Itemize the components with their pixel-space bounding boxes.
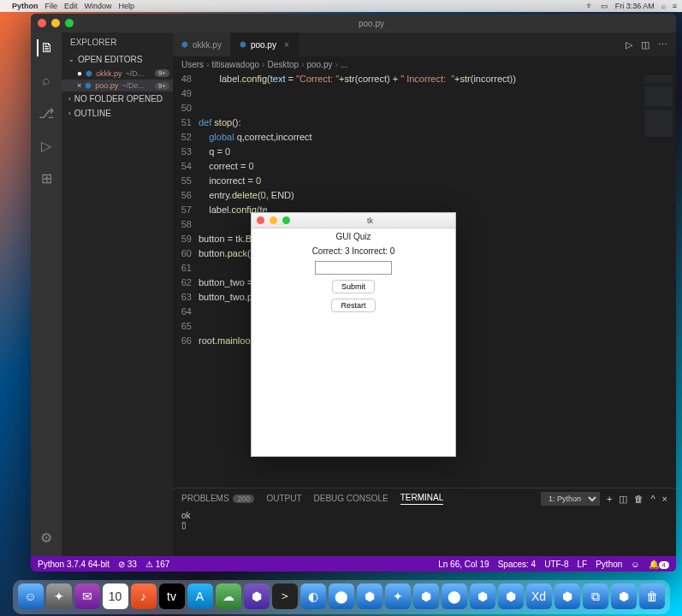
trash-icon[interactable]: 🗑 xyxy=(634,494,643,504)
dock-app-xd[interactable]: Xd xyxy=(526,583,552,609)
dock-app-appstore[interactable]: A xyxy=(187,583,213,609)
status-warnings[interactable]: ⚠ 167 xyxy=(145,560,169,569)
window-title: poo.py xyxy=(74,19,669,28)
bottom-panel: PROBLEMS 200 OUTPUT DEBUG CONSOLE TERMIN… xyxy=(173,488,676,556)
dock-app-messages[interactable]: ☁ xyxy=(216,583,241,609)
tk-title: tk xyxy=(290,216,450,225)
wifi-icon[interactable]: ᯤ xyxy=(586,2,594,10)
dock-app-vscode[interactable]: ⧉ xyxy=(583,583,608,609)
status-bar: Python 3.7.4 64-bit ⊘ 33 ⚠ 167 Ln 66, Co… xyxy=(31,556,676,572)
split-editor-icon[interactable]: ◫ xyxy=(641,39,649,50)
menu-edit[interactable]: Edit xyxy=(64,2,78,10)
breadcrumb[interactable]: Users› titisawadogo› Desktop› poo.py› ..… xyxy=(173,56,676,72)
status-bell-icon[interactable]: 🔔4 xyxy=(649,560,669,569)
close-icon[interactable]: × xyxy=(77,81,81,90)
menu-window[interactable]: Window xyxy=(85,2,112,10)
more-icon[interactable]: ⋯ xyxy=(658,39,667,50)
open-editor-item[interactable]: ● ⬢ okkk.py ~/D... 9+ xyxy=(62,67,173,80)
restart-button[interactable]: Restart xyxy=(331,299,375,312)
submit-button[interactable]: Submit xyxy=(332,280,375,293)
dock-app-mail[interactable]: ✉ xyxy=(74,583,100,609)
minimize-icon[interactable] xyxy=(270,216,277,224)
open-editor-item[interactable]: × ⬢ poo.py ~/De... 9+ xyxy=(62,80,173,92)
split-terminal-icon[interactable]: ◫ xyxy=(619,494,627,505)
panel-tab-terminal[interactable]: TERMINAL xyxy=(400,493,444,505)
dock-app-generic[interactable]: ⬤ xyxy=(442,583,467,609)
close-icon[interactable] xyxy=(38,19,46,27)
dock-app-generic[interactable]: ✦ xyxy=(385,583,411,609)
mac-menubar: Python File Edit Window Help ᯤ ▭ Fri 3:3… xyxy=(0,0,682,12)
settings-gear-icon[interactable]: ⚙ xyxy=(38,529,55,546)
python-file-icon: ⬢ xyxy=(181,40,188,49)
open-editors-section[interactable]: ⌄OPEN EDITORS xyxy=(62,52,173,67)
dock-app-generic[interactable]: ⬢ xyxy=(357,583,383,609)
dock-app-generic[interactable]: ⬢ xyxy=(611,583,637,609)
dock: ☺ ✦ ✉ 10 ♪ tv A ☁ ⬢ ＞ ◐ ⬤ ⬢ ✦ ⬢ ⬤ ⬢ ⬢ Xd… xyxy=(13,580,670,614)
python-file-icon: ⬢ xyxy=(240,40,246,49)
terminal-body[interactable]: ok ▯ xyxy=(173,509,676,531)
dock-app-generic[interactable]: ◐ xyxy=(300,583,326,609)
menubar-app[interactable]: Python xyxy=(12,2,39,10)
dock-app-generic[interactable]: ⬢ xyxy=(498,583,524,609)
minimap[interactable] xyxy=(640,72,676,488)
debug-icon[interactable]: ▷ xyxy=(38,137,55,154)
dock-app-generic[interactable]: ⬢ xyxy=(554,583,580,609)
tk-score: Correct: 3 Incorrect: 0 xyxy=(312,246,395,256)
tab-poo[interactable]: ⬢poo.py× xyxy=(231,33,299,56)
search-icon[interactable]: ⌕ xyxy=(38,72,55,89)
panel-tab-debug[interactable]: DEBUG CONSOLE xyxy=(314,494,388,505)
panel-tab-problems[interactable]: PROBLEMS 200 xyxy=(181,494,254,505)
search-icon[interactable]: ⌕ xyxy=(661,2,666,10)
run-icon[interactable]: ▷ xyxy=(626,39,632,50)
status-eol[interactable]: LF xyxy=(578,560,588,569)
minimize-icon[interactable] xyxy=(51,19,60,27)
python-file-icon: ⬢ xyxy=(85,81,92,90)
status-feedback-icon[interactable]: ☺ xyxy=(631,560,639,569)
traffic-lights xyxy=(38,19,74,27)
status-ln-col[interactable]: Ln 66, Col 19 xyxy=(438,560,489,569)
status-lang[interactable]: Python xyxy=(596,560,622,569)
explorer-icon[interactable]: 🗎 xyxy=(37,39,54,56)
dock-app-generic[interactable]: ⬢ xyxy=(470,583,495,609)
battery-icon[interactable]: ▭ xyxy=(601,2,608,10)
dock-app-generic[interactable]: ⬢ xyxy=(413,583,439,609)
close-panel-icon[interactable]: × xyxy=(662,494,667,504)
dock-app-generic[interactable]: ⬤ xyxy=(329,583,354,609)
maximize-icon[interactable] xyxy=(282,216,290,224)
dock-app-music[interactable]: ♪ xyxy=(131,583,157,609)
panel-tab-output[interactable]: OUTPUT xyxy=(266,494,301,505)
maximize-icon[interactable] xyxy=(65,19,74,27)
close-icon[interactable]: × xyxy=(284,40,289,50)
tk-window: tk GUI Quiz Correct: 3 Incorrect: 0 Subm… xyxy=(251,212,456,457)
chevron-up-icon[interactable]: ^ xyxy=(650,494,655,504)
terminal-select[interactable]: 1: Python xyxy=(541,492,600,506)
chevron-right-icon: › xyxy=(68,110,71,117)
dock-app-terminal[interactable]: ＞ xyxy=(272,583,298,609)
dock-app-trash[interactable]: 🗑 xyxy=(639,583,665,609)
dock-app-tv[interactable]: tv xyxy=(159,583,185,609)
new-terminal-icon[interactable]: + xyxy=(607,494,612,504)
menu-file[interactable]: File xyxy=(45,2,58,10)
extensions-icon[interactable]: ⊞ xyxy=(38,169,55,187)
tk-entry[interactable] xyxy=(315,261,392,275)
clock[interactable]: Fri 3:36 AM xyxy=(615,2,655,10)
status-spaces[interactable]: Spaces: 4 xyxy=(498,560,536,569)
status-python[interactable]: Python 3.7.4 64-bit xyxy=(38,560,110,569)
source-control-icon[interactable]: ⎇ xyxy=(38,104,55,121)
close-icon[interactable] xyxy=(257,216,264,224)
no-folder-section[interactable]: ›NO FOLDER OPENED xyxy=(62,92,173,106)
outline-section[interactable]: ›OUTLINE xyxy=(62,106,173,121)
dock-app-generic[interactable]: ⬢ xyxy=(244,583,270,609)
tab-okkk[interactable]: ⬢okkk.py xyxy=(173,33,231,56)
dock-app-safari[interactable]: ✦ xyxy=(46,583,72,609)
menu-help[interactable]: Help xyxy=(119,2,135,10)
explorer-title: EXPLORER xyxy=(62,33,173,52)
status-errors[interactable]: ⊘ 33 xyxy=(118,560,137,569)
editor-tabs: ⬢okkk.py ⬢poo.py× ▷ ◫ ⋯ xyxy=(173,33,676,56)
dock-app-calendar[interactable]: 10 xyxy=(103,583,128,609)
dock-app-finder[interactable]: ☺ xyxy=(18,583,44,609)
chevron-down-icon: ⌄ xyxy=(68,56,74,63)
status-encoding[interactable]: UTF-8 xyxy=(544,560,568,569)
menu-icon[interactable]: ≡ xyxy=(673,2,677,10)
tk-titlebar: tk xyxy=(252,213,455,228)
